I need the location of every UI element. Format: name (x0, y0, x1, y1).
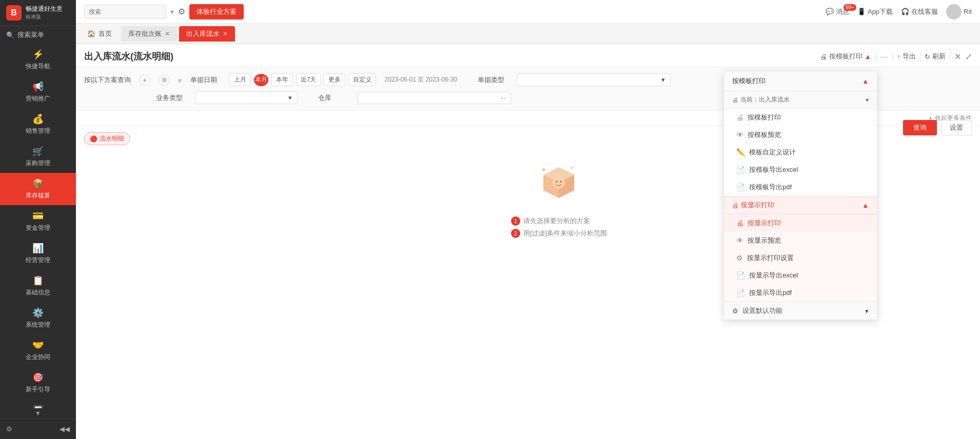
dropdown-item-display-settings[interactable]: ⚙ 按显示打印设置 (724, 249, 877, 267)
tab-batch-close-icon[interactable]: ✕ (165, 30, 170, 37)
refresh-button[interactable]: ↻ 刷新 (925, 52, 946, 61)
operation-icon: 📊 (32, 243, 44, 254)
topbar-gear-icon[interactable]: ⚙ (178, 7, 185, 16)
sidebar-item-basic[interactable]: 📋 基础信息 (0, 270, 76, 302)
topbar-chevron-icon[interactable]: ▾ (170, 8, 174, 16)
item-display-print-icon: 🖨 (736, 219, 743, 227)
dropdown-item-template-custom[interactable]: ✏️ 模板自定义设计 (724, 144, 877, 161)
tag-label: 流水明细 (100, 134, 124, 143)
home-icon: 🏠 (87, 30, 95, 37)
sidebar-item-marketing[interactable]: 📢 营销推广 (0, 76, 76, 108)
collapse-icon[interactable]: ◀◀ (60, 425, 70, 433)
dropdown-item-template-excel[interactable]: 📄 按模板导出excel (724, 161, 877, 178)
refresh-icon: ↻ (925, 53, 930, 61)
sidebar-item-system[interactable]: ⚙️ 系统管理 (0, 302, 76, 334)
display-print-section-header[interactable]: 🖨 按显示打印 ▲ (724, 196, 877, 214)
item-label: 按模板预览 (748, 130, 781, 139)
item-display-excel-icon: 📄 (736, 271, 745, 280)
dropdown-footer[interactable]: ⚙ 设置默认功能 ▾ (724, 302, 877, 320)
item-label: 按显示导出pdf (749, 288, 792, 297)
settings-icon[interactable]: ⚙ (6, 425, 12, 433)
messages-button[interactable]: 💬 消息 99+ (826, 7, 849, 16)
dropdown-item-display-pdf[interactable]: 📄 按显示导出pdf (724, 284, 877, 302)
date-btn-last-month[interactable]: 上月 (229, 73, 251, 86)
date-btn-7days[interactable]: 近7天 (296, 73, 321, 86)
sidebar-search[interactable]: 🔍 搜索菜单 (0, 26, 76, 44)
sidebar-item-finance[interactable]: 💳 资金管理 (0, 205, 76, 237)
topbar-search-input[interactable] (84, 5, 166, 19)
more-options-icon[interactable]: ··· (880, 51, 889, 63)
app-download-button[interactable]: 📱 App下载 (857, 7, 893, 16)
divider (875, 52, 876, 61)
item-preview-icon: 👁 (736, 131, 743, 139)
print-dropdown-panel: 按模板打印 ▲ 🖨 当前：出入库流水 ▾ 🖨 按模板打印 👁 按 (723, 71, 877, 320)
display-print-header-icon: 🖨 (732, 202, 739, 209)
filter-add-button[interactable]: + (139, 74, 150, 86)
item-label: 按显示打印 (748, 218, 781, 228)
dropdown-item-template-preview[interactable]: 👁 按模板预览 (724, 126, 877, 144)
industry-solution-button[interactable]: 体验行业方案 (189, 4, 244, 19)
dropdown-item-template-print[interactable]: 🖨 按模板打印 (724, 109, 877, 126)
query-button[interactable]: 查询 (903, 120, 937, 135)
print-icon: 🖨 (820, 53, 827, 61)
window-maximize-icon[interactable]: ⤢ (965, 52, 972, 62)
date-btn-more[interactable]: 更多 (324, 73, 345, 86)
sidebar-item-collab[interactable]: 🤝 企业协同 (0, 334, 76, 367)
footer-icon: ⚙ (732, 307, 738, 315)
filter-setting-button[interactable]: ⚙ (159, 74, 170, 86)
tag-icon: 🔴 (90, 135, 97, 143)
dropdown-item-template-pdf[interactable]: 📄 按模板导出pdf (724, 178, 877, 196)
dropdown-item-display-print[interactable]: 🖨 按显示打印 (724, 214, 877, 232)
page-header: 出入库流水(流水明细) 🖨 按模板打印 ▲ ··· ↑ 导出 ↻ 刷新 (76, 44, 980, 67)
quick-nav-icon: ⚡ (32, 49, 44, 60)
settings-button[interactable]: 设置 (941, 120, 972, 135)
divider4 (950, 52, 950, 61)
item-excel-icon: 📄 (736, 166, 745, 174)
empty-tip-2: 2 用[过滤]条件来缩小分析范围 (511, 229, 607, 238)
tab-flow[interactable]: 出入库流水 ✕ (179, 26, 235, 42)
sales-icon: 💰 (32, 113, 44, 125)
date-btn-this-year[interactable]: 本年 (271, 73, 293, 86)
sidebar-item-label: 采购管理 (26, 159, 50, 168)
sidebar-item-label: 企业协同 (26, 353, 50, 362)
flow-tag[interactable]: 🔴 流水明细 (84, 132, 130, 145)
sidebar-footer: ⚙ ◀◀ (0, 418, 76, 439)
online-service-button[interactable]: 🎧 在线客服 (901, 7, 938, 16)
tab-batch-account[interactable]: 库存批次账 ✕ (121, 26, 177, 42)
app-download-label: App下载 (868, 7, 893, 16)
date-btn-custom[interactable]: 自定义 (348, 73, 376, 86)
message-badge: 99+ (844, 4, 856, 11)
sidebar-item-operation[interactable]: 📊 经营管理 (0, 237, 76, 270)
sidebar-item-label: 资金管理 (26, 224, 50, 232)
svg-text:✦: ✦ (541, 166, 547, 174)
date-btn-this-month[interactable]: 本月 (254, 74, 268, 86)
main-area: ▾ ⚙ 体验行业方案 💬 消息 99+ 📱 App下载 🎧 在线客服 Rit (76, 0, 980, 439)
export-button[interactable]: ↑ 导出 (897, 52, 916, 61)
window-minimize-icon[interactable]: ✕ (954, 52, 961, 62)
voucher-type-select[interactable]: ▾ (517, 73, 671, 86)
divider2 (893, 52, 893, 61)
tab-home[interactable]: 🏠 首页 (80, 26, 119, 42)
dropdown-item-display-preview[interactable]: 👁 按显示预览 (724, 232, 877, 249)
biz-type-select[interactable]: ▾ (195, 91, 298, 104)
tab-flow-label: 出入库流水 (186, 29, 220, 38)
filter-collapse-button[interactable]: « (178, 76, 182, 84)
tab-home-label: 首页 (99, 29, 112, 38)
sidebar-item-inventory[interactable]: 📦 库存核算 (0, 173, 76, 205)
tab-flow-close-icon[interactable]: ✕ (223, 30, 228, 37)
left-panel: 🔴 流水明细 (76, 126, 138, 272)
sidebar-item-purchase[interactable]: 🛒 采购管理 (0, 141, 76, 173)
sidebar-scroll-down[interactable]: ▼ (0, 408, 76, 418)
warehouse-select[interactable]: ··· (357, 92, 511, 104)
sidebar-item-appcenter[interactable]: 🔲 应用中心 (0, 399, 76, 408)
sidebar-item-guide[interactable]: 🎯 新手引导 (0, 367, 76, 399)
user-avatar[interactable]: Rit (946, 4, 972, 19)
finance-icon: 💳 (32, 210, 44, 222)
topbar-left: ▾ ⚙ 体验行业方案 (84, 4, 819, 19)
sidebar-item-quick-nav[interactable]: ⚡ 快捷导航 (0, 44, 76, 76)
sidebar-item-sales[interactable]: 💰 销售管理 (0, 108, 76, 141)
item-label: 模板自定义设计 (749, 148, 796, 157)
print-button[interactable]: 🖨 按模板打印 ▲ (820, 52, 871, 61)
dropdown-item-display-excel[interactable]: 📄 按显示导出excel (724, 267, 877, 284)
avatar-image (946, 4, 962, 19)
